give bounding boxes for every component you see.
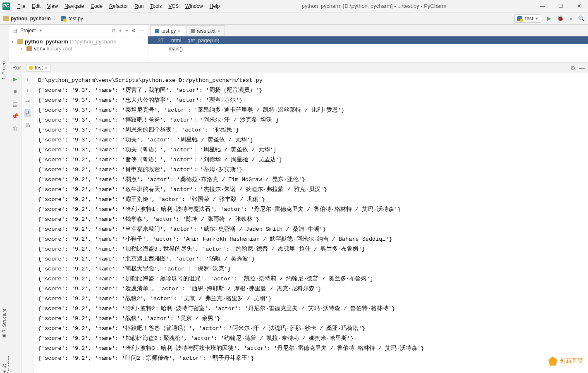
- watermark-logo-icon: [548, 356, 557, 366]
- target-icon[interactable]: ⌖: [119, 28, 122, 33]
- breadcrumb: python_pycharm 〉 test.py: [3, 15, 514, 22]
- stop-button[interactable]: ■: [13, 88, 17, 95]
- chevron-right-icon[interactable]: ▸: [21, 47, 25, 51]
- menu-refactor[interactable]: Refactor: [106, 2, 131, 11]
- folder-icon: [3, 16, 9, 21]
- stop-button[interactable]: ■: [569, 16, 572, 21]
- tree-root-name: python_pycharm: [25, 38, 68, 45]
- menu-edit[interactable]: Edit: [29, 2, 44, 11]
- window-title: python_pycharm [D:\python_pycharm] - ...…: [223, 3, 533, 9]
- project-tool-tab[interactable]: 1: Project: [1, 60, 6, 79]
- run-tab-name: test: [35, 65, 43, 71]
- softwrap-icon[interactable]: ↲: [24, 109, 31, 117]
- watermark: 创新互联: [548, 356, 583, 366]
- gear-icon[interactable]: ⚙: [131, 28, 136, 33]
- console-output[interactable]: D:\python_pycharm\venv\Scripts\python.ex…: [34, 73, 588, 373]
- menu-help[interactable]: Help: [206, 2, 223, 11]
- tree-child-name: venv: [34, 45, 45, 52]
- layout-button[interactable]: ▤: [12, 100, 18, 107]
- tree-child-hint: library root: [47, 45, 72, 52]
- python-file-icon: [61, 16, 66, 21]
- editor-breadcrumb[interactable]: main(): [148, 44, 588, 53]
- rerun-button[interactable]: ▶: [13, 76, 17, 82]
- code-text: html = get_page(url): [171, 37, 220, 43]
- editor-tab-test-py[interactable]: test.py ×: [151, 25, 185, 36]
- project-title[interactable]: Project: [20, 28, 36, 33]
- toolbar-actions: ▶ 🐞 ■ 🔍: [547, 15, 585, 22]
- python-run-icon: [29, 66, 33, 70]
- hide-icon[interactable]: —: [579, 65, 585, 71]
- menu-view[interactable]: View: [44, 2, 61, 11]
- menu-tools[interactable]: Tools: [147, 2, 165, 11]
- run-config-name: test: [525, 16, 533, 22]
- menu-file[interactable]: File: [14, 2, 29, 11]
- close-button[interactable]: ✕: [570, 0, 588, 12]
- menu-run[interactable]: Run: [131, 2, 147, 11]
- folder-icon: [26, 46, 32, 51]
- chevron-down-icon: ▼: [535, 17, 538, 21]
- run-config-selector[interactable]: test ▼: [514, 14, 541, 23]
- python-file-icon: [155, 29, 159, 33]
- run-toolbar-secondary: ↑ ↓ ⇥ ↲ 🖶: [22, 73, 34, 373]
- breadcrumb-root[interactable]: python_pycharm: [11, 16, 51, 22]
- print-icon[interactable]: 🖶: [25, 122, 30, 128]
- tab-label: test.py: [161, 28, 176, 34]
- tab-label: result.txt: [197, 28, 215, 34]
- tree-child[interactable]: ▸ venv library root: [12, 45, 145, 52]
- collapse-icon[interactable]: ⊖: [112, 28, 116, 33]
- run-toolbar-primary: ▶ ■ ▤ 📌 🗑: [9, 73, 22, 373]
- menu-vcs[interactable]: VCS: [165, 2, 182, 11]
- editor-tabs: test.py × result.txt ×: [148, 25, 588, 36]
- hide-icon[interactable]: —: [139, 28, 144, 33]
- chevron-down-icon[interactable]: ▾: [12, 40, 16, 44]
- search-button[interactable]: 🔍: [578, 15, 585, 22]
- project-view-icon: ▤: [12, 28, 17, 33]
- project-tree[interactable]: ▾ python_pycharm D:\python_pycharm ▸ ven…: [9, 36, 148, 54]
- editor-crumb: main(): [169, 46, 183, 52]
- project-header: ▤ Project ▼ ⊖ ⌖ ÷ ⚙ —: [9, 25, 148, 36]
- close-icon[interactable]: ×: [218, 29, 220, 33]
- breadcrumb-file[interactable]: test.py: [69, 16, 83, 22]
- watermark-text: 创新互联: [560, 357, 583, 365]
- run-header: Run: test × ⚙ —: [9, 62, 588, 73]
- pin-button[interactable]: 📌: [12, 113, 19, 120]
- tree-root[interactable]: ▾ python_pycharm D:\python_pycharm: [12, 38, 145, 45]
- run-label: Run:: [12, 65, 23, 71]
- line-number: 37: [151, 37, 171, 43]
- up-icon[interactable]: ↑: [26, 76, 29, 82]
- chevron-down-icon[interactable]: ▼: [39, 29, 43, 33]
- text-file-icon: [191, 29, 195, 33]
- editor-tab-result-txt[interactable]: result.txt ×: [186, 25, 225, 36]
- python-file-icon: [517, 16, 522, 21]
- close-icon[interactable]: ×: [178, 29, 180, 33]
- menu-bar: PC FileEditViewNavigateCodeRefactorRunTo…: [0, 0, 588, 12]
- window-controls: — ☐ ✕: [533, 0, 588, 12]
- trash-button[interactable]: 🗑: [12, 125, 18, 132]
- divide-icon[interactable]: ÷: [125, 28, 128, 33]
- menu-navigate[interactable]: Navigate: [61, 2, 87, 11]
- tree-root-path: D:\python_pycharm: [70, 38, 117, 45]
- debug-button[interactable]: 🐞: [557, 15, 564, 22]
- close-icon[interactable]: ×: [45, 65, 48, 71]
- folder-icon: [17, 39, 23, 44]
- maximize-button[interactable]: ☐: [552, 0, 570, 12]
- run-tab[interactable]: test ×: [26, 64, 50, 72]
- menu-window[interactable]: Window: [182, 2, 206, 11]
- structure-tool-tab[interactable]: ▣ 7: Structure: [1, 308, 7, 339]
- run-tool-window: Run: test × ⚙ — ▶ ■ ▤ 📌 🗑 ↑ ↓ ⇥ ↲ 🖶 D:\p…: [9, 62, 588, 373]
- menu-code[interactable]: Code: [87, 2, 106, 11]
- left-tool-gutter: 1: Project ▣ 7: Structure ★ 2: Favorites: [0, 25, 9, 373]
- nav-bar: python_pycharm 〉 test.py test ▼ ▶ 🐞 ■ 🔍: [0, 12, 588, 25]
- app-icon: PC: [2, 2, 10, 10]
- editor-code-line[interactable]: 37 html = get_page(url): [148, 36, 588, 44]
- minimize-button[interactable]: —: [533, 0, 552, 12]
- gear-icon[interactable]: ⚙: [570, 65, 576, 71]
- wrap-icon[interactable]: ⇥: [25, 98, 30, 104]
- down-icon[interactable]: ↓: [26, 87, 29, 93]
- run-button[interactable]: ▶: [547, 15, 551, 22]
- breadcrumb-sep: 〉: [53, 15, 58, 22]
